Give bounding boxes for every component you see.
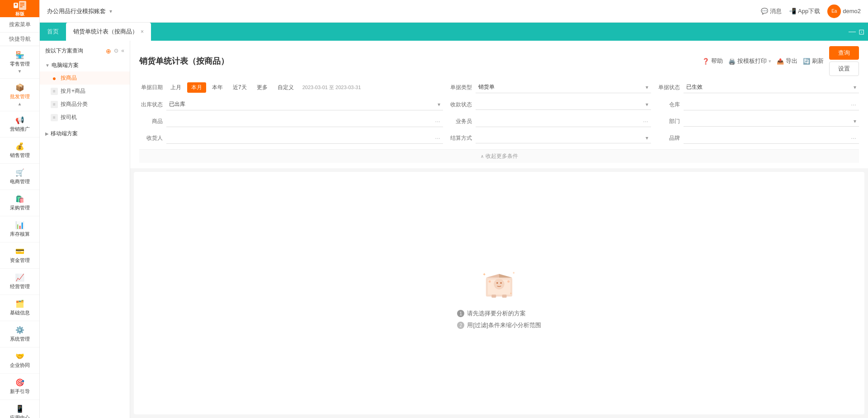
enterprise-icon: 🤝 xyxy=(15,352,24,361)
empty-tips: 1 请先选择要分析的方案 2 用[过滤]条件来缩小分析范围 xyxy=(457,309,541,329)
doctype-value[interactable]: 销货单 ▾ xyxy=(476,81,651,93)
inventory-icon: 📊 xyxy=(15,221,24,229)
apps-icon: 📱 xyxy=(15,404,24,413)
left-panel-icons: ⊕ ⊙ « xyxy=(106,48,124,55)
tip-num-1: 1 xyxy=(457,310,464,317)
sidebar-item-marketing[interactable]: 📢 营销推广 xyxy=(0,111,39,138)
sidebar-item-inventory[interactable]: 📊 库存核算 xyxy=(0,216,39,242)
scheme-category-icon: ≡ xyxy=(51,101,58,108)
svg-rect-13 xyxy=(491,294,496,298)
left-panel: 按以下方案查询 ⊕ ⊙ « ▼ 电脑端方案 ● 按商品 ≡ 按 xyxy=(40,41,130,418)
scheme-month-icon: ≡ xyxy=(51,88,58,95)
svg-text:✦: ✦ xyxy=(482,272,486,277)
tab-close-btn[interactable]: × xyxy=(141,28,144,35)
tab-maximize-icon[interactable]: ⊡ xyxy=(859,28,864,36)
collapse-panel-icon[interactable]: « xyxy=(121,48,124,55)
search-menu-btn[interactable]: 搜索菜单 xyxy=(0,17,39,33)
settings-scheme-icon[interactable]: ⊙ xyxy=(114,48,118,55)
logo-icon xyxy=(13,0,27,11)
filter-settlement-group: 结算方式 ▾ xyxy=(448,133,651,143)
query-button[interactable]: 查询 xyxy=(829,46,859,60)
date-custom-btn[interactable]: 自定义 xyxy=(274,82,298,93)
collapse-icon: ∧ xyxy=(481,154,484,159)
tab-controls: — ⊡ xyxy=(849,28,868,36)
help-icon: ❓ xyxy=(702,58,709,65)
sidebar-item-basic[interactable]: 🗂️ 基础信息 xyxy=(0,295,39,321)
sidebar-item-apps[interactable]: 📱 应用中心 xyxy=(0,400,39,418)
desktop-schemes-category[interactable]: ▼ 电脑端方案 xyxy=(40,59,130,71)
settlement-dropdown-icon: ▾ xyxy=(646,135,648,141)
sidebar: 标版 搜索菜单 快捷导航 🏪 零售管理 ▼ 📦 批发管理 ▲ 📢 营销推广 💰 … xyxy=(0,0,40,418)
category-arrow: ▼ xyxy=(45,63,50,68)
main-area: 办公用品行业模拟账套 ▾ 💬 消息 📲 App下载 Ea demo2 首页 xyxy=(40,0,868,418)
svg-text:✦: ✦ xyxy=(509,292,512,295)
help-btn[interactable]: ❓ 帮助 xyxy=(702,57,723,65)
refresh-btn[interactable]: 🔄 刷新 xyxy=(803,57,824,65)
tab-sales-stats[interactable]: 销货单统计表（按商品） × xyxy=(66,23,151,41)
mobile-arrow: ▶ xyxy=(45,131,49,136)
date-last-month-btn[interactable]: 上月 xyxy=(166,82,185,93)
industry-selector[interactable]: 办公用品行业模拟账套 ▾ xyxy=(47,7,112,15)
payment-value[interactable]: ▾ xyxy=(476,100,651,110)
retail-arrow: ▼ xyxy=(18,69,22,74)
sidebar-item-retail[interactable]: 🏪 零售管理 ▼ xyxy=(0,46,39,79)
download-icon: 📲 xyxy=(789,8,796,14)
ecommerce-icon: 🛒 xyxy=(15,168,24,177)
message-btn[interactable]: 💬 消息 xyxy=(761,7,782,15)
filter-docstatus-group: 单据状态 已生效 ▾ xyxy=(656,81,859,93)
scheme-by-scanner[interactable]: ≡ 按司机 xyxy=(40,111,130,124)
app-download-btn[interactable]: 📲 App下载 xyxy=(789,7,820,15)
sidebar-item-ecommerce[interactable]: 🛒 电商管理 xyxy=(0,164,39,190)
settings-button[interactable]: 设置 xyxy=(829,62,859,76)
mobile-schemes-category[interactable]: ▶ 移动端方案 xyxy=(40,128,130,140)
sidebar-item-wholesale[interactable]: 📦 批发管理 ▲ xyxy=(0,79,39,111)
finance-icon: 💳 xyxy=(15,247,24,256)
filter-section: 销货单统计表（按商品） ❓ 帮助 🖨️ 按模板打印 ▾ 📤 xyxy=(130,41,868,168)
department-value[interactable]: ▾ xyxy=(684,116,859,127)
marketing-icon: 📢 xyxy=(15,116,24,124)
settlement-value[interactable]: ▾ xyxy=(476,133,651,143)
page-actions: ❓ 帮助 🖨️ 按模板打印 ▾ 📤 导出 � xyxy=(702,46,859,76)
sidebar-item-finance[interactable]: 💳 资金管理 xyxy=(0,242,39,269)
sidebar-item-system[interactable]: ⚙️ 系统管理 xyxy=(0,321,39,347)
sidebar-item-sales[interactable]: 💰 销售管理 xyxy=(0,138,39,164)
scheme-by-month-product[interactable]: ≡ 按月+商品 xyxy=(40,85,130,98)
tab-minimize-icon[interactable]: — xyxy=(849,28,856,36)
tab-home[interactable]: 首页 xyxy=(40,23,66,41)
product-value[interactable]: ··· xyxy=(166,116,443,127)
print-dropdown-icon: ▾ xyxy=(769,58,771,64)
date-this-year-btn[interactable]: 本年 xyxy=(208,82,227,93)
quick-nav-btn[interactable]: 快捷导航 xyxy=(0,33,39,46)
department-label: 部门 xyxy=(656,118,680,125)
filter-row-3: 商品 ··· 业务员 ··· 部门 xyxy=(139,116,859,127)
docstatus-value[interactable]: 已生效 ▾ xyxy=(684,81,859,93)
brand-value[interactable]: ··· xyxy=(684,133,859,144)
sales-icon: 💰 xyxy=(15,142,24,151)
print-btn[interactable]: 🖨️ 按模板打印 ▾ xyxy=(728,57,771,65)
sidebar-item-purchase[interactable]: 🛍️ 采购管理 xyxy=(0,190,39,216)
outstatus-label: 出库状态 xyxy=(139,101,163,109)
add-scheme-icon[interactable]: ⊕ xyxy=(106,48,111,55)
sidebar-item-operation[interactable]: 📈 经营管理 xyxy=(0,269,39,295)
user-profile-btn[interactable]: Ea demo2 xyxy=(827,5,861,18)
scheme-product-icon: ● xyxy=(51,75,58,82)
sidebar-item-enterprise[interactable]: 🤝 企业协同 xyxy=(0,347,39,374)
outstatus-value[interactable]: 已出库 ▾ xyxy=(166,99,443,110)
scheme-by-category[interactable]: ≡ 按商品分类 xyxy=(40,98,130,111)
sidebar-item-guide[interactable]: 🎯 新手引导 xyxy=(0,374,39,400)
receiver-value[interactable]: ··· xyxy=(166,133,443,144)
date-this-month-btn[interactable]: 本月 xyxy=(187,82,206,93)
salesperson-dots-icon: ··· xyxy=(643,118,648,125)
empty-tip-2: 2 用[过滤]条件来缩小分析范围 xyxy=(457,321,541,329)
tip-num-2: 2 xyxy=(457,322,464,329)
svg-rect-14 xyxy=(502,294,507,298)
left-panel-header: 按以下方案查询 ⊕ ⊙ « xyxy=(40,44,130,57)
salesperson-label: 业务员 xyxy=(448,118,472,125)
date-more-btn[interactable]: 更多 xyxy=(253,82,272,93)
warehouse-value[interactable]: ··· xyxy=(684,99,859,110)
export-btn[interactable]: 📤 导出 xyxy=(777,57,797,65)
collapse-filters-btn[interactable]: ∧ 收起更多条件 xyxy=(139,149,859,163)
salesperson-value[interactable]: ··· xyxy=(476,116,651,127)
date-7days-btn[interactable]: 近7天 xyxy=(229,82,251,93)
scheme-by-product[interactable]: ● 按商品 xyxy=(40,71,130,85)
